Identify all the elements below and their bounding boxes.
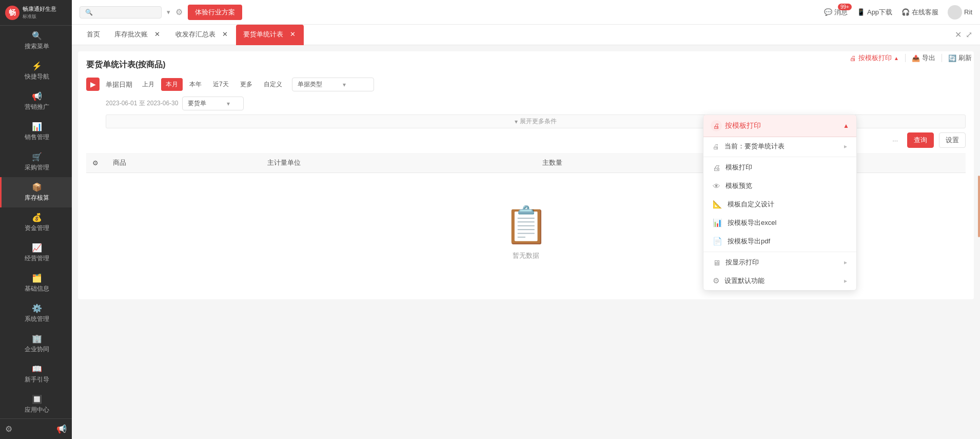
template-preview-icon: 👁	[713, 182, 720, 190]
print-button[interactable]: 🖨 按模板打印 ▲	[850, 53, 899, 63]
tab-inventory-batch-close[interactable]: ✕	[153, 30, 161, 39]
template-design-icon: 📐	[713, 200, 722, 209]
print-dropdown-menu: 🖨 按模板打印 ▲ 🖨 当前：要货单统计表 ▸ 🖨 模板打印 👁 模板预览	[703, 114, 857, 291]
sidebar-system-label: 系统管理	[25, 315, 49, 323]
dropdown-export-excel[interactable]: 📊 按模板导出excel	[703, 214, 856, 232]
dropdown-display-left: 🖥 按显示打印	[713, 258, 759, 267]
sidebar-item-app-center[interactable]: 🔲 应用中心	[0, 389, 72, 418]
sidebar-item-basic[interactable]: 🗂️ 基础信息	[0, 268, 72, 298]
sidebar-item-guide[interactable]: 📖 新手引导	[0, 359, 72, 389]
logo-icon: 畅	[5, 6, 19, 20]
marketing-icon: 📢	[32, 91, 42, 101]
topbar: 🔍 ▾ ⚙ 体验行业方案 💬 消息 99+ 📱 App下载 🎧 在线客服 Rit	[72, 0, 980, 25]
system-icon: ⚙️	[32, 303, 42, 313]
sidebar-item-purchase[interactable]: 🛒 采购管理	[0, 147, 72, 177]
floating-actions: 🖨 按模板打印 ▲ 📤 导出 🔄 刷新	[850, 53, 972, 63]
dropdown-export-pdf[interactable]: 📄 按模板导出pdf	[703, 232, 856, 251]
tab-inventory-batch[interactable]: 库存批次账 ✕	[107, 25, 168, 45]
dropdown-divider-1	[703, 157, 856, 157]
date-current-year-btn[interactable]: 本年	[185, 78, 206, 91]
sidebar-quick-nav-label: 快捷导航	[25, 72, 49, 81]
type-filter-dropdown[interactable]: 单据类型 ▾	[292, 78, 374, 91]
export-button[interactable]: 📤 导出	[912, 53, 935, 63]
topbar-dropdown-icon[interactable]: ▾	[167, 8, 170, 16]
message-badge: 99+	[838, 4, 852, 10]
dropdown-set-default[interactable]: ⚙ 设置默认功能 ▸	[703, 272, 856, 290]
dropdown-collapse-btn[interactable]: ▲	[843, 122, 849, 129]
app-download-button[interactable]: 📱 App下载	[857, 8, 892, 17]
more-options-btn[interactable]: ···	[888, 135, 902, 146]
sidebar-operation-label: 经营管理	[25, 254, 49, 263]
sidebar-purchase-label: 采购管理	[25, 163, 49, 172]
date-range-display: 2023-06-01 至 2023-06-30	[106, 99, 178, 108]
dropdown-template-preview[interactable]: 👁 模板预览	[703, 177, 856, 195]
empty-illustration: 📋	[504, 205, 548, 245]
tab-receive-summary[interactable]: 收发存汇总表 ✕	[168, 25, 236, 45]
divider-1	[905, 54, 906, 62]
industry-button[interactable]: 体验行业方案	[188, 5, 242, 20]
sidebar-item-operation[interactable]: 📈 经营管理	[0, 238, 72, 268]
sidebar-help-icon[interactable]: 📢	[56, 424, 67, 434]
filter-toggle-btn[interactable]: ▶	[86, 78, 100, 91]
user-name: Rit	[964, 8, 972, 16]
print-icon: 🖨	[850, 54, 856, 62]
col-unit: 主计量单位	[261, 153, 536, 173]
sidebar-item-finance[interactable]: 💰 资金管理	[0, 207, 72, 238]
logo-text-block: 畅康通好生意 标准版	[23, 5, 56, 20]
export-pdf-icon: 📄	[713, 237, 722, 246]
sidebar-item-system[interactable]: ⚙️ 系统管理	[0, 298, 72, 329]
sidebar-nav: 🔍 搜索菜单 ⚡ 快捷导航 📢 营销推广 📊 销售管理 🛒 采购管理 📦 库存核…	[0, 26, 72, 418]
date-custom-btn[interactable]: 自定义	[259, 78, 287, 91]
sidebar-item-quick-nav[interactable]: ⚡ 快捷导航	[0, 56, 72, 86]
filter-bar: 单据日期 上月 本月 本年 近7天 更多 自定义 单据类型 ▾	[106, 78, 966, 91]
refresh-button[interactable]: 🔄 刷新	[948, 53, 972, 63]
search-icon: 🔍	[32, 31, 42, 41]
dropdown-template-design[interactable]: 📐 模板自定义设计	[703, 195, 856, 214]
sidebar-sales-label: 销售管理	[25, 133, 49, 142]
sidebar-item-sales[interactable]: 📊 销售管理	[0, 117, 72, 147]
scroll-indicator[interactable]	[978, 176, 980, 237]
dropdown-template-print[interactable]: 🖨 模板打印	[703, 158, 856, 177]
export-icon: 📤	[912, 54, 920, 62]
dropdown-current-item[interactable]: 🖨 当前：要货单统计表 ▸	[703, 137, 856, 156]
sidebar-item-enterprise[interactable]: 🏢 企业协同	[0, 329, 72, 359]
sidebar-item-inventory[interactable]: 📦 库存核算	[0, 177, 72, 207]
window-expand-icon[interactable]: ⤢	[966, 30, 972, 40]
type-filter-arrow: ▾	[343, 81, 346, 88]
inventory-icon: 📦	[32, 182, 42, 192]
tab-order-stats-close[interactable]: ✕	[288, 30, 297, 39]
sales-icon: 📊	[32, 122, 42, 131]
date-current-month-btn[interactable]: 本月	[161, 78, 183, 91]
divider-2	[942, 54, 942, 62]
topbar-right: 💬 消息 99+ 📱 App下载 🎧 在线客服 Rit	[824, 5, 972, 20]
sidebar-item-marketing[interactable]: 📢 营销推广	[0, 86, 72, 117]
refresh-icon: 🔄	[948, 54, 956, 62]
date-prev-month-btn[interactable]: 上月	[138, 78, 159, 91]
type-filter-label: 单据类型	[298, 80, 322, 89]
order-type-dropdown[interactable]: 要货单 ▾	[182, 97, 244, 110]
phone-icon: 📱	[857, 8, 865, 16]
date-more-btn[interactable]: 更多	[236, 78, 257, 91]
page-content: 要货单统计表(按商品) ▶ 单据日期 上月 本月 本年 近7天 更多 自定义	[72, 45, 980, 439]
user-avatar[interactable]: Rit	[948, 5, 972, 20]
tab-home[interactable]: 首页	[80, 25, 107, 45]
sidebar-settings-icon[interactable]: ⚙	[5, 424, 12, 434]
operation-icon: 📈	[32, 243, 42, 253]
date-7days-btn[interactable]: 近7天	[208, 78, 233, 91]
sidebar-bottom: ⚙ 📢	[0, 418, 72, 439]
online-service-button[interactable]: 🎧 在线客服	[901, 8, 938, 17]
dropdown-display-print[interactable]: 🖥 按显示打印 ▸	[703, 253, 856, 272]
window-close-icon[interactable]: ✕	[955, 30, 962, 40]
tab-receive-summary-close[interactable]: ✕	[221, 30, 229, 39]
tab-order-stats[interactable]: 要货单统计表 ✕	[236, 25, 304, 45]
settings-button[interactable]: 设置	[939, 132, 966, 148]
topbar-search[interactable]: 🔍	[80, 6, 162, 18]
query-button[interactable]: 查询	[907, 132, 934, 148]
messages-button[interactable]: 💬 消息 99+	[824, 8, 848, 17]
sidebar-item-search[interactable]: 🔍 搜索菜单	[0, 26, 72, 56]
topbar-gear-icon[interactable]: ⚙	[175, 7, 183, 17]
guide-icon: 📖	[32, 364, 42, 374]
date-filter-label: 单据日期	[106, 80, 132, 89]
col-settings[interactable]: ⚙	[86, 153, 107, 173]
col-quantity: 主数量	[536, 153, 731, 173]
